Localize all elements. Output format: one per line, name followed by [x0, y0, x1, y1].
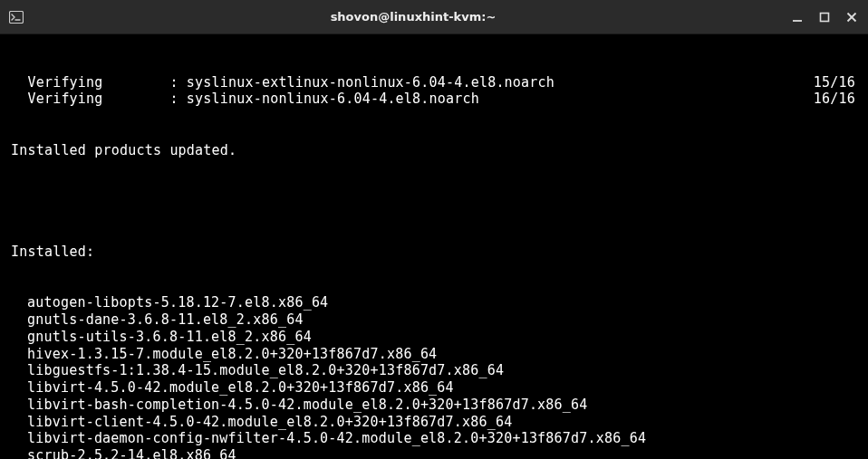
installed-package: gnutls-utils-3.6.8-11.el8_2.x86_64: [11, 329, 857, 346]
verify-label: Verifying : syslinux-extlinux-nonlinux-6…: [11, 74, 555, 91]
installed-package: libguestfs-1:1.38.4-15.module_el8.2.0+32…: [11, 362, 857, 379]
window-controls: [790, 10, 859, 24]
window-titlebar: shovon@linuxhint-kvm:~: [0, 0, 868, 34]
installed-package: libvirt-daemon-config-nwfilter-4.5.0-42.…: [11, 430, 857, 447]
verify-count: 16/16: [479, 91, 857, 108]
installed-header: Installed:: [11, 244, 857, 261]
installed-package: libvirt-4.5.0-42.module_el8.2.0+320+13f8…: [11, 379, 857, 397]
installed-package: gnutls-dane-3.6.8-11.el8_2.x86_64: [11, 311, 857, 329]
maximize-button[interactable]: [817, 10, 832, 24]
verify-row: Verifying : syslinux-nonlinux-6.04-4.el8…: [11, 91, 857, 108]
verify-row: Verifying : syslinux-extlinux-nonlinux-6…: [11, 74, 857, 91]
installed-package: libvirt-client-4.5.0-42.module_el8.2.0+3…: [11, 414, 857, 431]
verify-count: 15/16: [555, 74, 857, 91]
close-button[interactable]: [844, 10, 859, 24]
installed-package: autogen-libopts-5.18.12-7.el8.x86_64: [11, 294, 857, 311]
svg-rect-3: [821, 13, 829, 21]
installed-package: libvirt-bash-completion-4.5.0-42.module_…: [11, 397, 857, 414]
verify-label: Verifying : syslinux-nonlinux-6.04-4.el8…: [11, 91, 479, 108]
terminal-output[interactable]: Verifying : syslinux-extlinux-nonlinux-6…: [0, 34, 868, 459]
status-line: Installed products updated.: [11, 142, 857, 159]
terminal-icon: [9, 11, 24, 24]
installed-package: hivex-1.3.15-7.module_el8.2.0+320+13f867…: [11, 346, 857, 363]
window-title: shovon@linuxhint-kvm:~: [36, 10, 790, 24]
installed-package: scrub-2.5.2-14.el8.x86_64: [11, 447, 857, 459]
blank-line: [11, 193, 857, 210]
minimize-button[interactable]: [790, 10, 805, 24]
svg-rect-0: [10, 11, 24, 23]
